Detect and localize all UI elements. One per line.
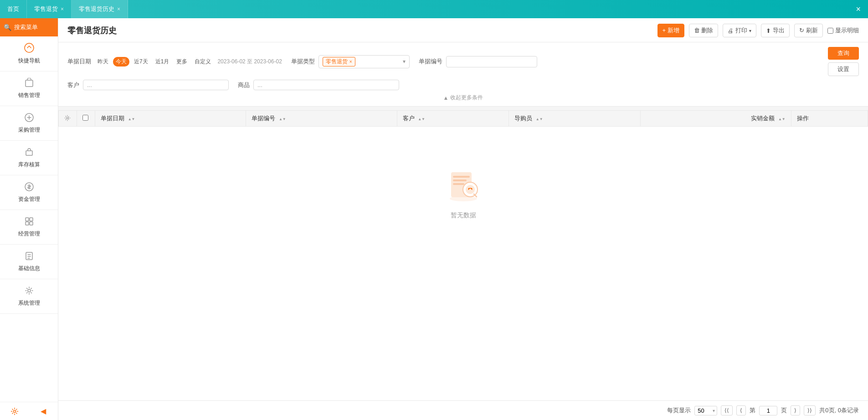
- th-amount[interactable]: 实销金额 ▲▼: [640, 111, 791, 127]
- sidebar-bottom: ◀: [0, 402, 58, 420]
- number-filter-input[interactable]: [446, 56, 537, 67]
- prev-page-btn[interactable]: ⟨: [736, 405, 746, 415]
- page-header: 零售退货历史 + 新增 🗑 删除 🖨 打印 ▾ ⬆ 导出 ↻ 刷新 显示明细: [58, 18, 868, 42]
- th-salesperson[interactable]: 导购员 ▲▼: [509, 111, 640, 127]
- last-page-btn[interactable]: ⟩⟩: [804, 405, 816, 415]
- setting-btn[interactable]: 设置: [828, 62, 859, 76]
- type-tag-text: 零售退货: [326, 58, 348, 66]
- total-label: 共0页, 0条记录: [819, 406, 859, 415]
- sidebar-item-finance[interactable]: 资金管理: [0, 175, 58, 210]
- number-filter-label: 单据编号: [419, 57, 442, 66]
- svg-point-12: [67, 117, 68, 119]
- sales-icon: [24, 78, 34, 90]
- date-btn-today[interactable]: 今天: [113, 57, 129, 67]
- tab-retail-return-history-close[interactable]: ×: [117, 6, 120, 12]
- purchase-icon: [24, 113, 34, 124]
- th-amount-sort: ▲▼: [778, 117, 786, 121]
- filter-row-2: 客户 ... 商品 ...: [67, 80, 859, 90]
- print-btn[interactable]: 🖨 打印 ▾: [723, 24, 756, 37]
- settings-bottom-btn[interactable]: [0, 402, 29, 420]
- date-btn-group: 昨天 今天 近7天 近1月 更多 自定义: [95, 57, 214, 67]
- sidebar-item-purchase-label: 采购管理: [18, 126, 40, 134]
- th-customer-sort: ▲▼: [418, 117, 425, 121]
- date-btn-1month[interactable]: 近1月: [153, 57, 172, 67]
- collapse-sidebar-btn[interactable]: ◀: [29, 402, 58, 420]
- type-filter-input[interactable]: 零售退货 × ▾: [318, 55, 410, 68]
- tab-retail-return-history[interactable]: 零售退货历史 ×: [72, 0, 128, 18]
- svg-rect-16: [453, 179, 467, 181]
- goods-filter-group: 商品 ...: [238, 80, 399, 90]
- display-detail-checkbox[interactable]: [827, 28, 833, 34]
- tab-retail-return[interactable]: 零售退货 ×: [27, 0, 72, 18]
- th-salesperson-sort: ▲▼: [536, 117, 543, 121]
- svg-point-10: [28, 289, 31, 292]
- query-btn[interactable]: 查询: [828, 47, 859, 60]
- collapse-icon: ▲: [443, 95, 449, 101]
- tab-home[interactable]: 首页: [0, 0, 27, 18]
- date-filter-group: 单据日期 昨天 今天 近7天 近1月 更多 自定义 2023-06-02 至 2…: [67, 57, 282, 67]
- sidebar-item-quick-nav-label: 快捷导航: [18, 57, 40, 65]
- new-btn[interactable]: + 新增: [657, 24, 684, 37]
- customer-filter-input[interactable]: ...: [83, 80, 229, 90]
- svg-rect-17: [453, 183, 464, 185]
- select-all-checkbox[interactable]: [82, 115, 88, 121]
- sidebar-item-quick-nav[interactable]: 快捷导航: [0, 36, 58, 72]
- sidebar-search-btn[interactable]: 🔍 搜索菜单: [0, 18, 58, 36]
- table-body: 暂无数据: [59, 127, 868, 256]
- window-close-btn[interactable]: ×: [848, 5, 868, 14]
- type-tag-close[interactable]: ×: [349, 59, 352, 64]
- export-btn[interactable]: ⬆ 导出: [761, 24, 790, 37]
- sidebar-item-sales-label: 销售管理: [18, 92, 40, 99]
- date-filter-label: 单据日期: [67, 57, 91, 66]
- print-icon: 🖨: [728, 27, 734, 34]
- export-icon: ⬆: [766, 27, 771, 34]
- sidebar-item-sales[interactable]: 销售管理: [0, 72, 58, 106]
- refresh-btn[interactable]: ↻ 刷新: [794, 24, 823, 37]
- th-date-sort: ▲▼: [128, 117, 135, 121]
- th-date[interactable]: 单据日期 ▲▼: [95, 111, 246, 127]
- th-salesperson-label: 导购员: [514, 115, 532, 122]
- delete-btn[interactable]: 🗑 删除: [689, 24, 719, 37]
- tab-home-label: 首页: [7, 5, 19, 13]
- th-number-label: 单据编号: [252, 115, 275, 122]
- basic-info-icon: [24, 251, 34, 263]
- sidebar-item-purchase[interactable]: 采购管理: [0, 106, 58, 141]
- tab-retail-return-label: 零售退货: [34, 5, 58, 13]
- date-btn-7days[interactable]: 近7天: [131, 57, 151, 67]
- main-layout: 🔍 搜索菜单 快捷导航 销售管理: [0, 18, 868, 420]
- th-number-sort: ▲▼: [279, 117, 286, 121]
- sidebar-item-operations[interactable]: 经营管理: [0, 210, 58, 245]
- svg-point-19: [466, 185, 475, 194]
- page-label: 第: [750, 406, 755, 415]
- first-page-btn[interactable]: ⟨⟨: [721, 405, 733, 415]
- th-checkbox[interactable]: [77, 111, 95, 127]
- per-page-select[interactable]: 10 20 50 100: [694, 406, 717, 415]
- date-btn-yesterday[interactable]: 昨天: [95, 57, 111, 67]
- display-detail-label: 显示明细: [835, 26, 859, 35]
- sidebar-item-basic-info[interactable]: 基础信息: [0, 245, 58, 279]
- date-btn-more[interactable]: 更多: [174, 57, 190, 67]
- sidebar-item-system[interactable]: 系统管理: [0, 279, 58, 314]
- system-icon: [24, 286, 34, 297]
- th-customer[interactable]: 客户 ▲▼: [397, 111, 509, 127]
- display-detail-toggle[interactable]: 显示明细: [827, 26, 859, 35]
- per-page-label: 每页显示: [667, 406, 691, 415]
- tab-retail-return-close[interactable]: ×: [61, 6, 64, 12]
- empty-state: 暂无数据: [59, 127, 868, 256]
- svg-point-21: [471, 188, 472, 190]
- date-btn-custom[interactable]: 自定义: [192, 57, 214, 67]
- svg-rect-6: [30, 218, 33, 221]
- top-bar: 首页 零售退货 × 零售退货历史 × ×: [0, 0, 868, 18]
- filter-area: 单据日期 昨天 今天 近7天 近1月 更多 自定义 2023-06-02 至 2…: [58, 42, 868, 107]
- svg-point-11: [13, 410, 15, 412]
- collapse-btn[interactable]: ▲ 收起更多条件: [443, 94, 483, 102]
- page-title: 零售退货历史: [67, 25, 117, 36]
- goods-filter-input[interactable]: ...: [253, 80, 399, 90]
- collapse-label: 收起更多条件: [450, 94, 483, 102]
- next-page-btn[interactable]: ⟩: [791, 405, 800, 415]
- search-icon: 🔍: [4, 24, 11, 31]
- sidebar-item-inventory[interactable]: 库存核算: [0, 141, 58, 175]
- th-number[interactable]: 单据编号 ▲▼: [246, 111, 397, 127]
- th-settings[interactable]: [59, 111, 77, 127]
- page-input[interactable]: [759, 406, 777, 415]
